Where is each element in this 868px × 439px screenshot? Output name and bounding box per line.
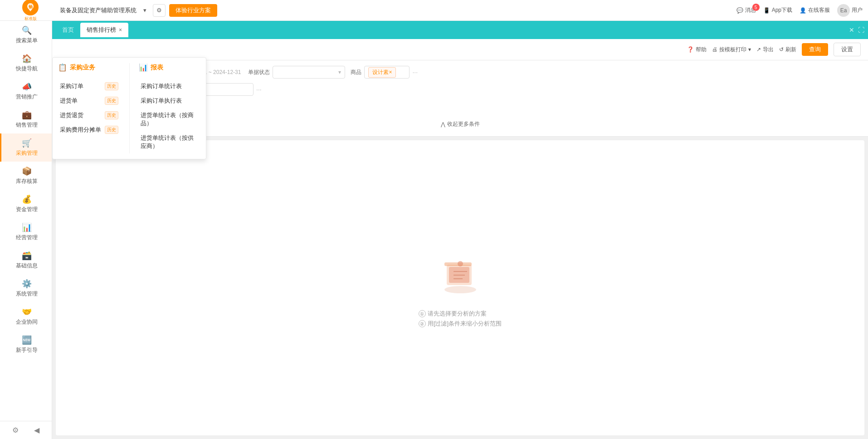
sidebar-item-marketing[interactable]: 📣 营销推广 — [0, 77, 52, 105]
sidebar: 🔍 搜索菜单 🏠 快捷导航 📣 营销推广 💼 销售管理 🛒 采购管理 📦 — [0, 21, 52, 439]
app-download-label: App下载 — [772, 6, 792, 14]
dropdown-col-purchase-header: 📋 采购业务 — [58, 63, 120, 74]
report-header-icon: 📊 — [139, 63, 148, 72]
tab-sales-rank-label: 销售排行榜 — [87, 26, 116, 34]
order-stat-label: 采购订单统计表 — [141, 82, 182, 90]
sidebar-item-base[interactable]: 🗃️ 基础信息 — [0, 246, 52, 274]
message-btn[interactable]: 💬 消息 5 — [736, 6, 756, 14]
dropdown-item-incoming[interactable]: 进货单 历史 — [58, 94, 120, 108]
dropdown-divider — [129, 63, 130, 153]
expense-label: 采购费用分摊单 — [60, 126, 101, 134]
dropdown-item-expense[interactable]: 采购费用分摊单 历史 — [58, 123, 120, 137]
purchase-order-history[interactable]: 历史 — [105, 82, 118, 90]
message-badge: 5 — [752, 4, 760, 11]
app-title: 装备及固定资产辅助管理系统 — [60, 6, 137, 15]
incoming-history[interactable]: 历史 — [105, 97, 118, 105]
dropdown-item-order-exec[interactable]: 采购订单执行表 — [139, 94, 201, 108]
dropdown-col-purchase: 📋 采购业务 采购订单 历史 进货单 历史 进货退货 历史 — [58, 63, 120, 153]
sidebar-item-enterprise[interactable]: 🤝 企业协同 — [0, 302, 52, 330]
close-window-icon[interactable]: ✕ — [849, 26, 854, 34]
sidebar-item-purchase[interactable]: 🛒 采购管理 — [0, 133, 52, 162]
dropdown-item-incoming-stat-supplier[interactable]: 进货单统计表（按供应商） — [139, 131, 201, 153]
finance-icon: 💰 — [22, 194, 32, 204]
export-label: 导出 — [763, 46, 774, 54]
return-history[interactable]: 历史 — [105, 111, 118, 119]
sidebar-item-guide[interactable]: 🆕 新手引导 — [0, 330, 52, 359]
settings-btn[interactable]: 设置 — [834, 43, 861, 56]
svg-text:畅: 畅 — [29, 5, 33, 9]
sidebar-item-system[interactable]: ⚙️ 系统管理 — [0, 274, 52, 302]
purchase-dropdown-menu: 📋 采购业务 采购订单 历史 进货单 历史 进货退货 历史 — [52, 57, 206, 159]
online-service-label: 在线客服 — [808, 6, 830, 14]
purchase-header-label: 采购业务 — [70, 64, 95, 72]
sidebar-item-label-enterprise: 企业协同 — [16, 318, 38, 326]
inventory-icon: 📦 — [22, 166, 32, 176]
empty-state: ①请先选择要分析的方案 ②用[过滤]条件来缩小分析范围 — [56, 140, 864, 435]
refresh-btn[interactable]: ↺ 刷新 — [779, 46, 796, 54]
sidebar-item-operation[interactable]: 📊 经营管理 — [0, 218, 52, 246]
goods-tag-label: 设计素× — [372, 69, 392, 76]
sidebar-item-inventory[interactable]: 📦 库存核算 — [0, 162, 52, 190]
goods-more-btn[interactable]: ··· — [412, 69, 418, 76]
empty-hint-1: ①请先选择要分析的方案 ②用[过滤]条件来缩小分析范围 — [419, 308, 502, 330]
user-btn[interactable]: Ea 用户 — [837, 4, 863, 17]
tab-home-label: 首页 — [62, 26, 74, 34]
query-btn[interactable]: 查询 — [802, 43, 828, 56]
purchase-icon: 🛒 — [22, 138, 32, 148]
dropdown-item-incoming-stat-goods[interactable]: 进货单统计表（按商品） — [139, 108, 201, 131]
logo: 畅 标准版 — [5, 0, 55, 22]
incoming-label: 进货单 — [60, 97, 78, 105]
sidebar-item-label-search: 搜索菜单 — [16, 37, 38, 44]
sidebar-item-search[interactable]: 🔍 搜索菜单 — [0, 21, 52, 49]
tab-home[interactable]: 首页 — [56, 23, 80, 37]
sales-icon: 💼 — [22, 110, 32, 120]
footer-settings-btn[interactable]: ⚙ — [12, 426, 19, 434]
goods-input[interactable]: 设计素× — [364, 66, 410, 79]
main-layout: 🔍 搜索菜单 🏠 快捷导航 📣 营销推广 💼 销售管理 🛒 采购管理 📦 — [0, 21, 868, 439]
sidebar-item-label-operation: 经营管理 — [16, 234, 38, 242]
tab-close-btn[interactable]: × — [119, 27, 122, 33]
status-label: 单据状态 — [248, 69, 270, 76]
export-icon: ↗ — [756, 46, 761, 53]
footer-collapse-btn[interactable]: ◀ — [34, 426, 39, 434]
online-service-btn[interactable]: 👤 在线客服 — [800, 6, 830, 14]
sidebar-item-finance[interactable]: 💰 资金管理 — [0, 190, 52, 218]
search-icon: 🔍 — [22, 25, 32, 35]
expand-icon[interactable]: ⛶ — [858, 26, 864, 34]
sidebar-item-label-sales: 销售管理 — [16, 121, 38, 129]
sidebar-item-quick[interactable]: 🏠 快捷导航 — [0, 49, 52, 77]
help-label: 帮助 — [696, 46, 707, 54]
expense-history[interactable]: 历史 — [105, 126, 118, 134]
print-label: 按模板打印 — [719, 46, 746, 54]
message-icon: 💬 — [736, 7, 743, 14]
dropdown-item-order-stat[interactable]: 采购订单统计表 — [139, 79, 201, 94]
sidebar-item-sales[interactable]: 💼 销售管理 — [0, 105, 52, 133]
filter-status: 单据状态 ▾ — [248, 66, 345, 79]
export-btn[interactable]: ↗ 导出 — [756, 46, 774, 54]
dropdown-item-purchase-order[interactable]: 采购订单 历史 — [58, 79, 120, 94]
app-download-btn[interactable]: 📱 App下载 — [763, 6, 792, 14]
help-icon: ❓ — [687, 46, 694, 53]
industry-btn[interactable]: 体验行业方案 — [169, 4, 217, 17]
print-btn[interactable]: 🖨 按模板打印 ▾ — [712, 46, 751, 54]
collapse-icon: ⋀ — [441, 121, 445, 128]
help-btn[interactable]: ❓ 帮助 — [687, 46, 707, 54]
incoming-stat-supplier-label: 进货单统计表（按供应商） — [141, 134, 199, 150]
return-label: 进货退货 — [60, 111, 83, 119]
tab-sales-rank[interactable]: 销售排行榜 × — [80, 23, 128, 37]
system-icon: ⚙️ — [22, 279, 32, 289]
title-dropdown-btn[interactable]: ▾ — [140, 6, 149, 15]
topbar-right: 💬 消息 5 📱 App下载 👤 在线客服 Ea 用户 — [736, 4, 863, 17]
status-input[interactable]: ▾ — [273, 66, 345, 79]
incoming-stat-goods-label: 进货单统计表（按商品） — [141, 111, 199, 128]
operation-icon: 📊 — [22, 222, 32, 232]
collapse-label: 收起更多条件 — [447, 120, 480, 128]
settings-btn[interactable]: ⚙ — [153, 4, 166, 17]
salesperson-more-btn[interactable]: ··· — [256, 86, 262, 93]
purchase-header-icon: 📋 — [58, 63, 67, 72]
dropdown-item-return[interactable]: 进货退货 历史 — [58, 108, 120, 123]
guide-icon: 🆕 — [22, 335, 32, 345]
sidebar-item-label-inventory: 库存核算 — [16, 178, 38, 185]
report-header-label: 报表 — [151, 64, 163, 72]
sidebar-item-label-finance: 资金管理 — [16, 206, 38, 213]
